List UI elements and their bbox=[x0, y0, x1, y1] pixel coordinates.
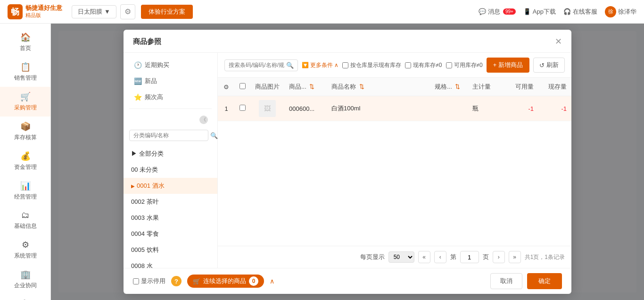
th-select-all[interactable] bbox=[235, 78, 250, 96]
first-page-btn[interactable]: « bbox=[418, 251, 430, 263]
th-avail-label: 可用量 bbox=[515, 83, 534, 90]
checkbox-current-stock-label: 现有库存≠0 bbox=[413, 61, 442, 69]
row-name-cell: 白酒100ml bbox=[327, 96, 430, 121]
user-area[interactable]: 徐 徐泽华 bbox=[605, 6, 636, 17]
cat-item-0001[interactable]: ▶ 0001 酒水 bbox=[124, 178, 217, 194]
sidebar-label-enterprise: 企业协同 bbox=[14, 282, 37, 290]
message-badge: 99+ bbox=[503, 8, 516, 15]
table-settings-icon[interactable]: ⚙ bbox=[223, 83, 229, 91]
product-unit: 瓶 bbox=[472, 105, 479, 112]
th-settings[interactable]: ⚙ bbox=[218, 78, 235, 96]
checkbox-by-warehouse-input[interactable] bbox=[342, 62, 348, 68]
show-disabled-input[interactable] bbox=[133, 278, 139, 284]
sidebar-item-basic[interactable]: 🗂 基础信息 bbox=[0, 206, 50, 235]
tab-recent-purchase[interactable]: 🕐 近期购买 bbox=[129, 58, 212, 73]
add-product-btn[interactable]: + 新增商品 bbox=[487, 58, 529, 73]
per-page-select[interactable]: 50 10 20 100 bbox=[388, 251, 414, 263]
nav-selector[interactable]: 日太阳膜 ▼ bbox=[72, 5, 116, 18]
right-panel: 🔍 🔽 更多条件 ∧ 按仓库显示现有库存 bbox=[218, 53, 571, 268]
sidebar-item-home[interactable]: 🏠 首页 bbox=[0, 27, 50, 57]
category-search-icon[interactable]: 🔍 bbox=[210, 132, 218, 139]
th-product-code[interactable]: 商品... ⇅ bbox=[284, 78, 327, 96]
message-icon: 💬 bbox=[479, 8, 486, 15]
prev-page-btn[interactable]: ‹ bbox=[434, 251, 446, 263]
row-checkbox[interactable] bbox=[239, 105, 246, 111]
th-unit[interactable]: 主计量 bbox=[468, 78, 501, 96]
logo-sub-text: 精品版 bbox=[25, 12, 62, 19]
tab-frequent[interactable]: ⭐ 频次高 bbox=[129, 90, 212, 105]
collapse-panel-btn[interactable]: 《 bbox=[199, 116, 208, 124]
product-search-input[interactable] bbox=[229, 62, 284, 68]
refresh-label: 刷新 bbox=[546, 61, 559, 69]
left-panel: 🕐 近期购买 🆕 新品 ⭐ 频次高 bbox=[124, 53, 218, 268]
cat-label-0004: 0004 零食 bbox=[131, 230, 159, 238]
category-search-input[interactable] bbox=[129, 130, 208, 141]
checkbox-avail-stock[interactable]: 可用库存≠0 bbox=[446, 61, 483, 69]
th-spec[interactable]: 规格... ⇅ bbox=[430, 78, 468, 96]
nav-selector-label: 日太阳膜 bbox=[78, 8, 102, 16]
cat-item-0002[interactable]: 0002 茶叶 bbox=[124, 194, 217, 210]
next-page-btn[interactable]: › bbox=[493, 251, 505, 263]
modal-close-btn[interactable]: ✕ bbox=[555, 36, 562, 47]
cat-arrow-icon: ▶ bbox=[131, 183, 135, 189]
refresh-btn[interactable]: ↺ 刷新 bbox=[533, 58, 565, 73]
collapse-up-icon[interactable]: ∧ bbox=[270, 277, 274, 285]
enterprise-icon: 🏢 bbox=[20, 269, 31, 280]
last-page-btn[interactable]: » bbox=[509, 251, 521, 263]
checkbox-current-stock-input[interactable] bbox=[405, 62, 411, 68]
sidebar-item-guide[interactable]: 📚 新手引导 bbox=[0, 294, 50, 300]
online-service-btn[interactable]: 🎧 在线客服 bbox=[563, 8, 597, 16]
main-area: 商品参照 ✕ 🕐 近期购买 🆕 bbox=[51, 24, 644, 300]
page-number-input[interactable] bbox=[460, 251, 479, 263]
cat-item-00[interactable]: 00 未分类 bbox=[124, 162, 217, 178]
product-search-box: 🔍 bbox=[224, 59, 298, 71]
cat-label-all: ▶ 全部分类 bbox=[131, 150, 164, 158]
settings-icon[interactable]: ⚙ bbox=[120, 4, 135, 19]
th-name-label: 商品名称 bbox=[331, 83, 356, 90]
sidebar-item-enterprise[interactable]: 🏢 企业协同 bbox=[0, 265, 50, 294]
sidebar-item-finance[interactable]: 💰 资金管理 bbox=[0, 146, 50, 176]
sidebar-item-inventory[interactable]: 📦 库存核算 bbox=[0, 117, 50, 146]
messages-btn[interactable]: 💬 消息 99+ bbox=[479, 8, 516, 16]
sidebar-item-sales[interactable]: 📋 销售管理 bbox=[0, 57, 50, 87]
table-row[interactable]: 1 🖼 bbox=[218, 96, 571, 121]
cancel-btn[interactable]: 取消 bbox=[490, 273, 522, 289]
app-download-btn[interactable]: 📱 App下载 bbox=[523, 8, 556, 16]
footer-left: 显示停用 bbox=[133, 277, 165, 285]
product-image-placeholder: 🖼 bbox=[259, 100, 276, 117]
sidebar-label-purchase: 采购管理 bbox=[14, 104, 37, 112]
row-checkbox-cell[interactable] bbox=[235, 96, 250, 121]
trial-btn[interactable]: 体验行业方案 bbox=[141, 5, 193, 19]
th-stock: 现存量 bbox=[538, 78, 571, 96]
table-header-row: ⚙ 商品图片 bbox=[218, 78, 571, 96]
sidebar-item-operation[interactable]: 📊 经营管理 bbox=[0, 176, 50, 206]
sidebar-label-inventory: 库存核算 bbox=[14, 133, 37, 142]
th-code-label: 商品... bbox=[289, 83, 306, 90]
product-code: 000600... bbox=[289, 105, 314, 112]
cart-area[interactable]: 🛒 连续选择的商品 0 bbox=[187, 275, 264, 288]
cat-item-0003[interactable]: 0003 水果 bbox=[124, 210, 217, 226]
page-label: 第 bbox=[450, 253, 456, 261]
checkbox-current-stock[interactable]: 现有库存≠0 bbox=[405, 61, 442, 69]
tab-new-products[interactable]: 🆕 新品 bbox=[129, 74, 212, 89]
confirm-btn[interactable]: 确定 bbox=[527, 273, 562, 289]
more-filter-btn[interactable]: 🔽 更多条件 ∧ bbox=[302, 61, 339, 69]
cat-item-all[interactable]: ▶ 全部分类 bbox=[124, 146, 217, 162]
sidebar-item-system[interactable]: ⚙ 系统管理 bbox=[0, 235, 50, 265]
help-icon[interactable]: ? bbox=[171, 276, 182, 286]
cat-item-0004[interactable]: 0004 零食 bbox=[124, 226, 217, 242]
logo-main-text: 畅捷通好生意 bbox=[25, 4, 62, 12]
cat-label-0001: 0001 酒水 bbox=[137, 182, 165, 190]
sidebar-label-home: 首页 bbox=[20, 44, 31, 52]
th-unit-label: 主计量 bbox=[472, 83, 491, 90]
cat-item-0008[interactable]: 0008 水 bbox=[124, 258, 217, 268]
operation-icon: 📊 bbox=[20, 181, 31, 191]
checkbox-by-warehouse[interactable]: 按仓库显示现有库存 bbox=[342, 61, 401, 69]
search-submit-icon[interactable]: 🔍 bbox=[286, 62, 294, 69]
checkbox-avail-stock-input[interactable] bbox=[446, 62, 452, 68]
th-product-name[interactable]: 商品名称 ⇅ bbox=[327, 78, 430, 96]
cat-item-0005[interactable]: 0005 饮料 bbox=[124, 242, 217, 258]
show-disabled-checkbox[interactable]: 显示停用 bbox=[133, 277, 165, 285]
select-all-checkbox[interactable] bbox=[239, 83, 246, 89]
sidebar-item-purchase[interactable]: 🛒 采购管理 bbox=[0, 87, 50, 117]
